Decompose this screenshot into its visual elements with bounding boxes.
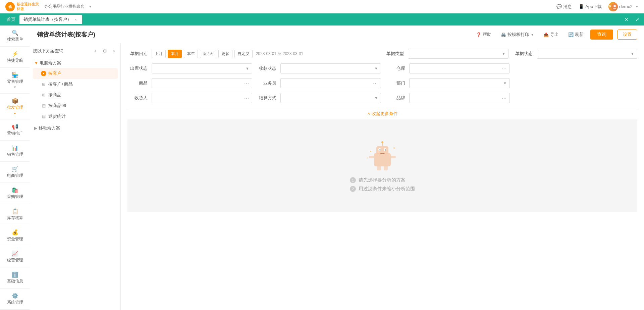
- main-area: 🔍 搜索菜单 ⚡ 快捷导航 🏪 零售管理 ▼ 📦 批发管理 ▲ 📢 营销推广 📊…: [0, 25, 644, 310]
- empty-robot-illustration: [362, 140, 402, 173]
- svg-rect-12: [369, 156, 374, 158]
- staff-select[interactable]: ···: [280, 78, 381, 88]
- wholesale-icon: 📦: [3, 98, 27, 104]
- message-button[interactable]: 💬 消息: [556, 4, 572, 10]
- print-icon: 🖨️: [501, 32, 506, 37]
- ecommerce-icon: 🛒: [3, 166, 27, 172]
- scheme-add-button[interactable]: +: [92, 47, 99, 55]
- finance-icon: 💰: [3, 229, 27, 236]
- scheme-item-by-product[interactable]: ⊞ 按商品: [33, 90, 118, 100]
- collapse-bar[interactable]: ∧ 收起更多条件: [127, 108, 637, 119]
- outbound-select[interactable]: ▼: [152, 63, 252, 73]
- scheme-category-mobile[interactable]: ▶ 移动端方案: [33, 123, 118, 133]
- scheme-item-by-product-99[interactable]: ▤ 按商品99: [33, 100, 118, 111]
- scheme-item-by-customer[interactable]: ● 按客户: [33, 68, 118, 79]
- page-title: 销货单统计表(按客户): [37, 31, 95, 39]
- active-tab-label: 销货单统计表（按客户）: [23, 16, 71, 22]
- sidebar-item-search[interactable]: 🔍 搜索菜单: [0, 25, 30, 47]
- svg-rect-13: [391, 156, 396, 158]
- svg-point-18: [367, 158, 368, 159]
- dept-select[interactable]: ▼: [409, 78, 510, 88]
- svg-rect-14: [377, 166, 381, 170]
- scheme-bar-icon-2: ▤: [41, 114, 46, 119]
- export-button[interactable]: 📤 导出: [541, 30, 561, 39]
- sidebar-item-retail[interactable]: 🏪 零售管理 ▼: [0, 68, 30, 94]
- sidebar-item-operation[interactable]: 📈 经营管理: [0, 246, 30, 267]
- product-label: 商品: [127, 80, 148, 86]
- sales-icon: 📊: [3, 145, 27, 151]
- operation-icon: 📈: [3, 250, 27, 257]
- date-btn-this-month[interactable]: 本月: [168, 50, 182, 58]
- consignee-label: 收货人: [127, 95, 148, 101]
- payment-status-select[interactable]: ▼: [280, 63, 381, 73]
- sidebar-item-inventory[interactable]: 📋 库存核算: [0, 204, 30, 225]
- doc-status-select[interactable]: ▼: [537, 49, 637, 59]
- warehouse-select[interactable]: ···: [409, 63, 510, 73]
- tab-home[interactable]: 首页: [3, 15, 19, 24]
- tip-num-1: 1: [350, 177, 356, 183]
- consignee-more-icon: ···: [244, 95, 249, 101]
- sidebar-item-sales[interactable]: 📊 销售管理: [0, 141, 30, 162]
- tab-bar: 首页 销货单统计表（按客户） × ✕ ⤢: [0, 13, 644, 25]
- doc-type-label: 单据类型: [384, 51, 404, 57]
- date-range-text: 2023-03-01 至 2023-03-31: [256, 51, 303, 57]
- sidebar-item-system[interactable]: ⚙️ 系统管理: [0, 289, 30, 310]
- sidebar-item-wholesale[interactable]: 📦 批发管理 ▲: [0, 94, 30, 119]
- tab-close-window-button[interactable]: ✕: [623, 15, 631, 23]
- warehouse-more-icon: ···: [502, 66, 507, 71]
- brand-select[interactable]: ···: [409, 93, 510, 103]
- svg-point-9: [385, 149, 386, 151]
- page-header: 销货单统计表(按客户) ❓ 帮助 🖨️ 按模板打印 ▼ 📤 导出: [30, 25, 644, 43]
- page-header-top: 销货单统计表(按客户) ❓ 帮助 🖨️ 按模板打印 ▼ 📤 导出: [37, 30, 637, 40]
- doc-status-dropdown-icon: ▼: [631, 52, 634, 56]
- logo-area[interactable]: 畅 畅捷通好生意 标版: [5, 2, 39, 11]
- consignee-select[interactable]: ···: [152, 93, 252, 103]
- breadcrumb: 办公用品行业模拟账套: [44, 4, 85, 9]
- outbound-label: 出库状态: [127, 65, 148, 71]
- template-print-button[interactable]: 🖨️ 按模板打印 ▼: [498, 30, 537, 39]
- date-btn-custom[interactable]: 自定义: [234, 50, 253, 58]
- logo-text: 畅捷通好生意 标版: [17, 2, 39, 11]
- date-btn-7days[interactable]: 近7天: [200, 50, 216, 58]
- empty-tip-1: 1 请先选择要分析的方案: [350, 177, 415, 183]
- scheme-panel: 按以下方案查询 + ⚙ « ▼: [30, 43, 121, 310]
- sidebar-item-quick-nav[interactable]: ⚡ 快捷导航: [0, 47, 30, 68]
- query-button[interactable]: 查询: [590, 30, 613, 40]
- scheme-grid-icon-1: ⊞: [41, 82, 46, 87]
- scheme-settings-button[interactable]: ⚙: [101, 47, 108, 55]
- date-btn-this-year[interactable]: 本年: [184, 50, 198, 58]
- filter-row-3: 商品 ··· 业务员 ··· 部门 ▼: [127, 78, 637, 88]
- scheme-category-desktop[interactable]: ▼ 电脑端方案: [33, 58, 118, 68]
- tab-active[interactable]: 销货单统计表（按客户） ×: [19, 15, 82, 24]
- svg-rect-5: [376, 146, 388, 154]
- date-btn-more[interactable]: 更多: [218, 50, 232, 58]
- user-menu-button[interactable]: ✕ demo2 ▼: [608, 2, 639, 11]
- sidebar-item-ecommerce[interactable]: 🛒 电商管理: [0, 162, 30, 183]
- scheme-item-by-customer-product[interactable]: ⊞ 按客户+商品: [33, 79, 118, 90]
- payment-status-label: 收款状态: [256, 65, 276, 71]
- system-icon: ⚙️: [3, 293, 27, 299]
- breadcrumb-dropdown-icon[interactable]: ▼: [89, 5, 92, 8]
- user-dropdown-icon: ▼: [635, 5, 639, 8]
- scheme-item-return-stats[interactable]: ▤ 退货统计: [33, 111, 118, 122]
- refresh-button[interactable]: 🔄 刷新: [566, 30, 586, 39]
- marketing-icon: 📢: [3, 123, 27, 130]
- basic-icon: ℹ️: [3, 271, 27, 278]
- app-download-button[interactable]: 📱 App下载: [579, 4, 602, 10]
- warehouse-label: 仓库: [385, 65, 405, 71]
- tab-close-button[interactable]: ×: [73, 17, 78, 22]
- sidebar-item-basic[interactable]: ℹ️ 基础信息: [0, 267, 30, 289]
- tab-maximize-button[interactable]: ⤢: [633, 15, 641, 23]
- doc-status-label: 单据状态: [513, 51, 533, 57]
- sidebar-item-marketing[interactable]: 📢 营销推广: [0, 119, 30, 141]
- sidebar-item-purchase[interactable]: 🛍️ 采购管理: [0, 183, 30, 204]
- scheme-collapse-button[interactable]: «: [110, 47, 118, 55]
- settlement-select[interactable]: ▼: [280, 93, 381, 103]
- product-select[interactable]: ···: [152, 78, 252, 88]
- doc-type-select[interactable]: ▼: [408, 49, 508, 59]
- payment-status-dropdown-icon: ▼: [374, 66, 378, 70]
- date-btn-last-month[interactable]: 上月: [152, 50, 166, 58]
- settings-button[interactable]: 设置: [617, 30, 637, 40]
- help-button[interactable]: ❓ 帮助: [473, 30, 494, 39]
- sidebar-item-finance[interactable]: 💰 资金管理: [0, 225, 30, 246]
